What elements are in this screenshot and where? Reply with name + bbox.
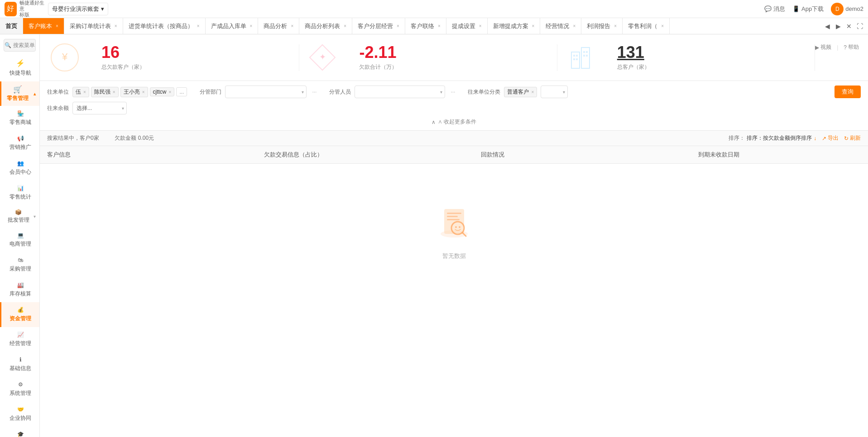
content-area: ¥ 16 总欠款客户（家） ✦ -2.11 欠款合计（万） xyxy=(40,34,868,437)
tab-customer-contact[interactable]: 客户联络 × xyxy=(405,18,446,34)
unit-type-select[interactable] xyxy=(541,86,568,98)
marketing-icon: 📢 xyxy=(17,135,24,142)
stat-label-customers: 总客户（家） xyxy=(617,63,650,71)
balance-filter-label: 往来余额 xyxy=(47,104,69,112)
tab-close-icon[interactable]: × xyxy=(197,24,200,28)
sidebar-item-quick-nav[interactable]: ⚡ 快捷导航 xyxy=(0,54,39,81)
chevron-down-icon: ▾ xyxy=(34,214,36,219)
sidebar-item-member-center[interactable]: 👥 会员中心 xyxy=(0,156,39,180)
person-select[interactable] xyxy=(355,86,445,98)
ops-icon: 📈 xyxy=(17,332,24,338)
sidebar-item-purchase-mgmt[interactable]: 🛍 采购管理 xyxy=(0,252,39,277)
tab-close-icon[interactable]: × xyxy=(573,24,575,28)
enterprise-icon: 🤝 xyxy=(17,406,24,413)
dept-filter-label: 分管部门 xyxy=(200,88,221,96)
tab-next-button[interactable]: ▶ xyxy=(834,22,843,31)
video-link[interactable]: ▶ 视频 xyxy=(815,43,831,51)
export-button[interactable]: ↗ 导出 xyxy=(822,134,839,142)
sort-icon: ↓ xyxy=(814,135,816,142)
tab-close-icon[interactable]: × xyxy=(532,24,535,28)
filter-tag-chen[interactable]: 陈民强 × xyxy=(91,87,119,97)
person-filter-label: 分管人员 xyxy=(329,88,351,96)
ecommerce-icon: 💻 xyxy=(17,232,24,238)
tab-label: 商品分析列表 xyxy=(305,22,340,30)
svg-rect-8 xyxy=(573,58,575,60)
tab-new-improve[interactable]: 新增提成方案 × xyxy=(488,18,541,34)
filter-tag-wu[interactable]: 伍 × xyxy=(72,87,89,97)
app-download-button[interactable]: 📱 App下载 xyxy=(792,5,824,13)
tab-business-status[interactable]: 经营情况 × xyxy=(540,18,581,34)
sidebar-item-retail-mall[interactable]: 🏪 零售商城 xyxy=(0,106,39,131)
tab-customer-cost[interactable]: 客户账本 × xyxy=(23,18,64,34)
collapse-button[interactable]: ∧ ∧ 收起更多条件 xyxy=(432,118,476,126)
data-table: 客户信息 欠款交易信息（占比） 回款情况 到期未收款日期 xyxy=(40,146,868,437)
tab-close-all-button[interactable]: ✕ xyxy=(844,22,854,31)
tag-close-icon[interactable]: × xyxy=(83,90,86,95)
sidebar-item-retail-stats[interactable]: 📊 零售统计 xyxy=(0,180,39,205)
more-tags-button[interactable]: ... xyxy=(176,87,187,96)
sidebar-item-ecommerce[interactable]: 💻 电商管理 xyxy=(0,228,39,252)
tab-purchase-stats[interactable]: 采购订单统计表 × xyxy=(64,18,123,34)
tab-home[interactable]: 首页 xyxy=(0,18,23,34)
balance-select[interactable]: 选择... xyxy=(72,102,127,114)
tab-customer-tier[interactable]: 客户分层经营 × xyxy=(352,18,405,34)
tab-product-instock[interactable]: 产成品入库单 × xyxy=(206,18,259,34)
refresh-button[interactable]: ↻ 刷新 xyxy=(844,134,861,142)
sidebar-item-marketing[interactable]: 📢 营销推广 xyxy=(0,131,39,156)
tab-close-icon[interactable]: × xyxy=(344,24,346,28)
tab-close-icon[interactable]: × xyxy=(56,24,58,28)
user-menu[interactable]: D demo2 xyxy=(831,3,863,15)
svg-rect-12 xyxy=(583,55,585,57)
tab-profit-report[interactable]: 利润报告 × xyxy=(581,18,623,34)
stat-value-debt: -2.11 xyxy=(359,44,396,61)
sidebar-item-new-guide[interactable]: 🎓 新手引导 xyxy=(0,427,39,437)
tab-close-icon[interactable]: × xyxy=(397,24,399,28)
empty-illustration xyxy=(432,200,477,247)
svg-point-21 xyxy=(455,226,457,228)
tab-prev-button[interactable]: ◀ xyxy=(823,22,832,31)
tab-fullscreen-button[interactable]: ⛶ xyxy=(855,22,864,31)
tag-close-icon[interactable]: × xyxy=(169,90,172,95)
tag-close-icon[interactable]: × xyxy=(142,90,145,95)
tab-retail-profit[interactable]: 零售利润（ × xyxy=(623,18,670,34)
tab-close-icon[interactable]: × xyxy=(661,24,664,28)
sidebar-item-ops-mgmt[interactable]: 📈 经营管理 xyxy=(0,327,39,352)
filter-tag-cjttcw[interactable]: cjttcw × xyxy=(150,87,175,96)
tab-product-analysis[interactable]: 商品分析 × xyxy=(258,18,299,34)
tab-close-icon[interactable]: × xyxy=(614,24,617,28)
sidebar-item-finance[interactable]: 💰 资金管理 xyxy=(0,302,39,327)
svg-rect-6 xyxy=(573,55,575,57)
dept-select[interactable] xyxy=(225,86,307,98)
help-link[interactable]: ? 帮助 xyxy=(844,43,859,51)
tab-close-icon[interactable]: × xyxy=(291,24,293,28)
tab-close-icon[interactable]: × xyxy=(479,24,482,28)
tab-close-icon[interactable]: × xyxy=(438,24,441,28)
result-bar: 搜索结果中，客户0家 欠款金额 0.00元 排序： 排序：按欠款金额倒序排序 ↓… xyxy=(40,131,868,146)
tab-improve-settings[interactable]: 提成设置 × xyxy=(446,18,488,34)
tab-close-icon[interactable]: × xyxy=(250,24,253,28)
stat-value-customers: 131 xyxy=(617,44,644,61)
tab-label: 经营情况 xyxy=(546,22,569,30)
filter-tag-wang[interactable]: 王小亮 × xyxy=(120,87,148,97)
tab-close-icon[interactable]: × xyxy=(115,24,117,28)
logo-icon: 好 xyxy=(5,2,17,16)
sidebar-item-sys-mgmt[interactable]: ⚙ 系统管理 xyxy=(0,377,39,402)
sidebar-item-batch-mgmt[interactable]: 📦 批发管理 ▾ xyxy=(0,205,39,228)
sidebar-item-basic-info[interactable]: ℹ 基础信息 xyxy=(0,352,39,377)
tab-product-analysis-list[interactable]: 商品分析列表 × xyxy=(299,18,352,34)
sidebar-item-enterprise-collab[interactable]: 🤝 企业协同 xyxy=(0,402,39,427)
unit-type-filter-label: 往来单位分类 xyxy=(468,88,500,96)
tab-bar: 首页 客户账本 × 采购订单统计表 × 进货单统计表（按商品） × 产成品入库单… xyxy=(0,18,868,34)
sidebar-search-button[interactable]: 🔍 搜索菜单 xyxy=(4,39,36,52)
sort-button[interactable]: 排序： 排序：按欠款金额倒序排序 ↓ xyxy=(729,134,816,142)
workspace-selector[interactable]: 母婴行业演示账套 ▾ xyxy=(48,3,108,15)
tag-close-icon[interactable]: × xyxy=(531,90,534,95)
sidebar-item-inventory[interactable]: 🏭 库存核算 xyxy=(0,277,39,302)
tab-stock-stats[interactable]: 进货单统计表（按商品） × xyxy=(123,18,206,34)
sidebar-item-retail-mgmt[interactable]: 🛒 零售管理 ▴ xyxy=(0,81,39,106)
query-button[interactable]: 查询 xyxy=(834,86,861,98)
message-button[interactable]: 💬 消息 xyxy=(764,5,785,13)
stats-row: ¥ 16 总欠款客户（家） ✦ -2.11 欠款合计（万） xyxy=(40,34,868,81)
tag-close-icon[interactable]: × xyxy=(113,90,115,95)
filter-tag-normal-customer[interactable]: 普通客户 × xyxy=(504,87,537,97)
